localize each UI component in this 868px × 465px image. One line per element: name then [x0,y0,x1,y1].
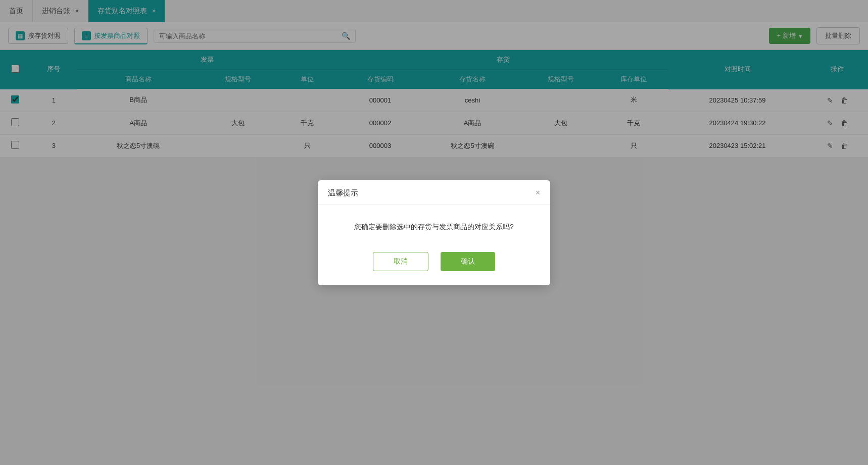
confirm-dialog: 温馨提示 × 您确定要删除选中的存货与发票商品的对应关系吗? 取消 确认 [318,180,550,285]
dialog-header: 温馨提示 × [318,180,550,204]
dialog-body: 您确定要删除选中的存货与发票商品的对应关系吗? [318,204,550,244]
dialog-close-button[interactable]: × [536,188,540,197]
dialog-title: 温馨提示 [328,188,358,198]
dialog-confirm-button[interactable]: 确认 [441,252,495,271]
dialog-cancel-button[interactable]: 取消 [373,252,428,271]
dialog-footer: 取消 确认 [318,244,550,285]
modal-overlay: 温馨提示 × 您确定要删除选中的存货与发票商品的对应关系吗? 取消 确认 [0,0,868,465]
dialog-message: 您确定要删除选中的存货与发票商品的对应关系吗? [354,223,514,231]
